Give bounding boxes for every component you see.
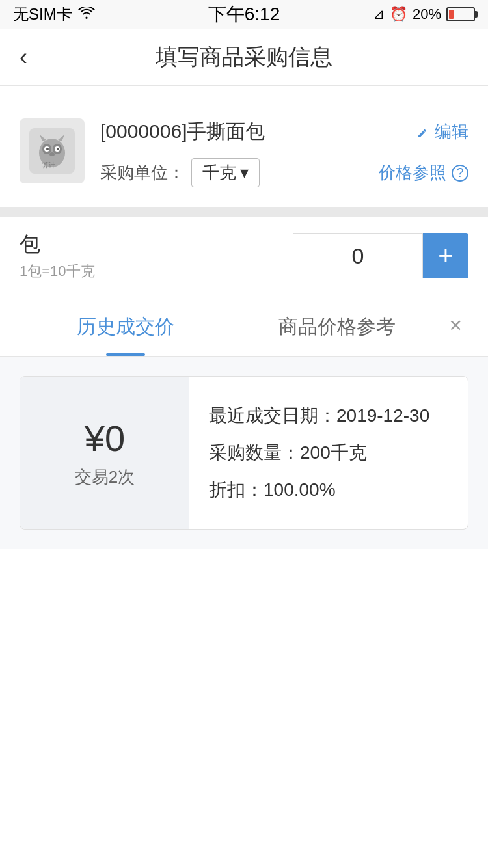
svg-point-8 — [49, 152, 55, 156]
quantity-input-group: + — [293, 233, 468, 278]
price-card-left: ¥0 交易2次 — [20, 377, 189, 529]
unit-selector[interactable]: 千克 ▾ — [191, 158, 260, 187]
price-card-right: 最近成交日期：2019-12-30 采购数量：200千克 折扣：100.00% — [189, 377, 468, 529]
tabs-close-button[interactable]: × — [442, 312, 468, 338]
divider — [0, 207, 488, 217]
quantity-plus-button[interactable]: + — [423, 233, 468, 278]
wifi-icon — [77, 5, 96, 23]
status-left: 无SIM卡 — [13, 4, 96, 25]
product-header: [0000006]手撕面包 编辑 — [100, 118, 468, 145]
unit-label: 采购单位： — [100, 161, 185, 184]
quantity-row: 包 1包=10千克 + — [0, 217, 488, 294]
purchase-unit: 采购单位： 千克 ▾ — [100, 158, 260, 187]
discount-row: 折扣：100.00% — [209, 477, 448, 502]
quantity-conversion: 1包=10千克 — [20, 262, 95, 281]
back-button[interactable]: ‹ — [20, 44, 27, 71]
svg-text:算计: 算计 — [42, 161, 55, 169]
quantity-unit: 包 — [20, 230, 40, 259]
currency-symbol: ¥ — [85, 418, 105, 459]
price-amount: ¥0 — [85, 417, 125, 459]
price-ref-help-icon: ? — [452, 165, 468, 182]
tabs-section: 历史成交价 商品价格参考 × ¥0 交易2次 最近成交日期：20 — [0, 294, 488, 549]
edit-button[interactable]: 编辑 — [416, 120, 468, 143]
price-card: ¥0 交易2次 最近成交日期：2019-12-30 采购数量：200千克 折扣：… — [20, 376, 468, 530]
carrier-text: 无SIM卡 — [13, 4, 72, 25]
location-icon: ⊿ — [373, 6, 385, 23]
page-title: 填写商品采购信息 — [156, 42, 332, 72]
tabs-header: 历史成交价 商品价格参考 × — [0, 294, 488, 357]
status-right: ⊿ ⏰ 20% — [373, 6, 475, 23]
purchase-qty-row: 采购数量：200千克 — [209, 440, 448, 465]
svg-point-6 — [46, 148, 49, 150]
alarm-icon: ⏰ — [390, 6, 407, 23]
unit-value: 千克 — [202, 161, 236, 184]
page: 无SIM卡 下午6:12 ⊿ ⏰ 20% ‹ 填写商 — [0, 0, 488, 868]
quantity-label: 包 1包=10千克 — [20, 230, 95, 281]
history-content: ¥0 交易2次 最近成交日期：2019-12-30 采购数量：200千克 折扣：… — [0, 357, 488, 549]
svg-point-7 — [57, 148, 59, 150]
quantity-input[interactable] — [293, 233, 423, 278]
tab-price-ref[interactable]: 商品价格参考 — [231, 294, 442, 356]
product-meta: 采购单位： 千克 ▾ 价格参照 ? — [100, 158, 468, 187]
nav-bar: ‹ 填写商品采购信息 — [0, 29, 488, 86]
product-name: [0000006]手撕面包 — [100, 118, 265, 145]
amount-value: 0 — [105, 418, 125, 459]
tab-history-price[interactable]: 历史成交价 — [20, 294, 231, 356]
price-ref-button[interactable]: 价格参照 ? — [379, 161, 468, 184]
trade-count: 交易2次 — [75, 466, 135, 489]
status-time: 下午6:12 — [208, 2, 280, 27]
dropdown-arrow-icon: ▾ — [240, 163, 249, 183]
status-bar: 无SIM卡 下午6:12 ⊿ ⏰ 20% — [0, 0, 488, 29]
product-card: 算计 [0000006]手撕面包 编辑 采购单位： 千克 ▾ — [0, 99, 488, 207]
price-ref-label: 价格参照 — [379, 161, 446, 184]
recent-date-row: 最近成交日期：2019-12-30 — [209, 403, 448, 428]
battery-icon — [446, 7, 475, 21]
product-thumbnail: 算计 — [20, 118, 85, 183]
battery-percent: 20% — [413, 6, 441, 23]
product-info: [0000006]手撕面包 编辑 采购单位： 千克 ▾ 价格 — [100, 118, 468, 187]
